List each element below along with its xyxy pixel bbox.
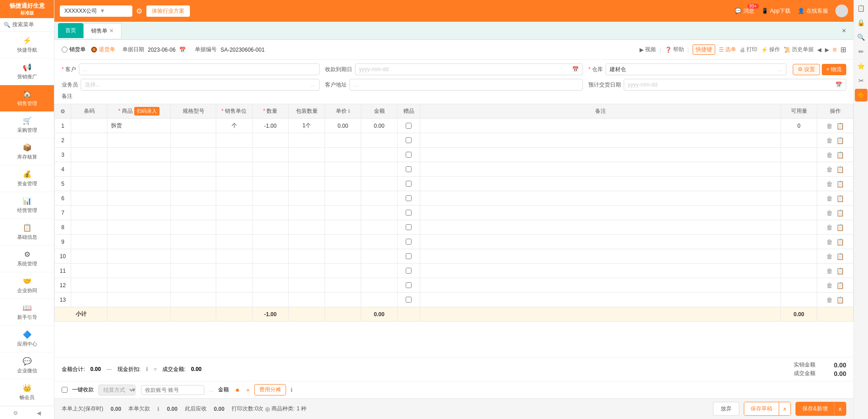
- settings-btn[interactable]: ⚙ 设置: [793, 64, 820, 75]
- cell-spec[interactable]: [171, 235, 216, 249]
- cell-amount[interactable]: [361, 293, 398, 307]
- salesperson-input[interactable]: 选择... ...: [81, 79, 320, 91]
- cell-product[interactable]: [107, 162, 171, 177]
- rp-btn-2[interactable]: 🔒: [855, 16, 868, 29]
- cell-gift[interactable]: [398, 119, 420, 133]
- copy-btn[interactable]: 📋: [835, 136, 845, 145]
- cell-unit[interactable]: [216, 264, 252, 278]
- cell-product[interactable]: [107, 249, 171, 264]
- copy-btn[interactable]: 📋: [835, 223, 845, 232]
- cell-remark[interactable]: [420, 235, 781, 249]
- copy-btn[interactable]: 📋: [835, 165, 845, 174]
- no-value[interactable]: SA-20230606-001: [220, 47, 264, 53]
- trial-btn[interactable]: 体验行业方案: [146, 5, 190, 17]
- cell-barcode[interactable]: [71, 206, 107, 220]
- cell-remark[interactable]: [420, 119, 781, 133]
- radio-sales[interactable]: 销货单: [62, 46, 86, 53]
- delete-btn[interactable]: 🗑: [825, 266, 834, 275]
- cell-barcode[interactable]: [71, 119, 107, 133]
- cell-product[interactable]: [107, 148, 171, 162]
- copy-btn[interactable]: 📋: [835, 237, 845, 246]
- radio-sales-input[interactable]: [62, 47, 68, 53]
- online-service-btn[interactable]: 👤 在线客服: [798, 7, 828, 15]
- sidebar-item-purchase[interactable]: 🛒 采购管理: [0, 112, 54, 139]
- gift-checkbox[interactable]: [406, 195, 412, 201]
- gift-checkbox[interactable]: [406, 152, 412, 158]
- cell-qty[interactable]: [252, 206, 289, 220]
- warehouse-input[interactable]: 建材仓 ...: [606, 63, 786, 75]
- cell-price[interactable]: [325, 264, 361, 278]
- gift-checkbox[interactable]: [406, 239, 412, 245]
- cell-remark[interactable]: [420, 264, 781, 278]
- cell-pkg-qty[interactable]: [289, 133, 325, 148]
- cell-amount[interactable]: [361, 162, 398, 177]
- customer-addr-input[interactable]: ...: [349, 79, 583, 91]
- cell-product[interactable]: [107, 220, 171, 235]
- cell-spec[interactable]: [171, 293, 216, 307]
- cell-remark[interactable]: [420, 162, 781, 177]
- rp-btn-1[interactable]: 📋: [855, 2, 868, 14]
- delete-btn[interactable]: 🗑: [825, 136, 834, 145]
- sidebar-item-quick-nav[interactable]: ⚡ 快捷导航: [0, 32, 54, 58]
- cell-barcode[interactable]: [71, 293, 107, 307]
- cell-spec[interactable]: [171, 162, 216, 177]
- expected-delivery-input[interactable]: yyyy-mm-dd 📅: [624, 79, 846, 91]
- company-selector[interactable]: XXXXXX公司 ▼: [60, 5, 132, 17]
- cell-spec[interactable]: [171, 249, 216, 264]
- sidebar-settings-icon[interactable]: ⚙: [13, 410, 18, 416]
- scan-btn[interactable]: 扫码录入: [134, 107, 160, 116]
- cell-product[interactable]: [107, 133, 171, 148]
- copy-btn[interactable]: 📋: [835, 121, 845, 130]
- cell-gift[interactable]: [398, 249, 420, 264]
- cell-qty[interactable]: [252, 133, 289, 148]
- cell-qty[interactable]: [252, 278, 289, 293]
- cell-amount[interactable]: 0.00: [361, 119, 398, 133]
- copy-btn[interactable]: 📋: [835, 266, 845, 275]
- cell-price[interactable]: 0.00: [325, 119, 361, 133]
- cell-spec[interactable]: [171, 148, 216, 162]
- save-dropdown-btn[interactable]: ∧: [834, 402, 846, 415]
- delete-btn[interactable]: 🗑: [825, 295, 834, 304]
- layout2-btn[interactable]: ⊞: [840, 45, 846, 54]
- sidebar-item-guide[interactable]: 📖 新手引导: [0, 299, 54, 326]
- account-input[interactable]: [141, 385, 204, 395]
- cell-price[interactable]: [325, 249, 361, 264]
- cell-price[interactable]: [325, 148, 361, 162]
- layout1-btn[interactable]: ≡: [833, 46, 837, 54]
- cell-gift[interactable]: [398, 278, 420, 293]
- close-btn[interactable]: ✕: [838, 28, 850, 34]
- cell-gift[interactable]: [398, 177, 420, 191]
- gift-checkbox[interactable]: [406, 210, 412, 216]
- cell-remark[interactable]: [420, 220, 781, 235]
- cell-pkg-qty[interactable]: [289, 177, 325, 191]
- cell-product[interactable]: [107, 191, 171, 206]
- cell-remark[interactable]: [420, 206, 781, 220]
- cell-barcode[interactable]: [71, 264, 107, 278]
- sidebar-item-member[interactable]: 👑 畅会员: [0, 379, 54, 406]
- sidebar-item-enterprise[interactable]: 🤝 企业协同: [0, 272, 54, 299]
- receipt-date-input[interactable]: yyyy-mm-dd 📅: [355, 63, 583, 75]
- cell-pkg-qty[interactable]: [289, 264, 325, 278]
- cell-barcode[interactable]: [71, 162, 107, 177]
- cell-barcode[interactable]: [71, 220, 107, 235]
- gift-checkbox[interactable]: [406, 268, 412, 274]
- history-btn[interactable]: 📜 历史单据: [784, 46, 814, 53]
- cell-product[interactable]: [107, 206, 171, 220]
- cell-qty[interactable]: [252, 235, 289, 249]
- cell-pkg-qty[interactable]: [289, 191, 325, 206]
- cell-product[interactable]: [107, 264, 171, 278]
- cell-unit[interactable]: [216, 191, 252, 206]
- save-btn[interactable]: 保存&新增: [796, 402, 834, 415]
- cell-amount[interactable]: [361, 264, 398, 278]
- rp-btn-5[interactable]: ⭐: [855, 60, 868, 72]
- gift-checkbox[interactable]: [406, 282, 412, 288]
- cell-unit[interactable]: [216, 293, 252, 307]
- gift-checkbox[interactable]: [406, 253, 412, 259]
- sidebar-item-inventory[interactable]: 📦 库存核算: [0, 139, 54, 165]
- cell-amount[interactable]: [361, 235, 398, 249]
- cell-unit[interactable]: [216, 162, 252, 177]
- cell-pkg-qty[interactable]: [289, 206, 325, 220]
- app-download-btn[interactable]: 📱 App下载: [761, 7, 790, 15]
- cell-remark[interactable]: [420, 148, 781, 162]
- cell-qty[interactable]: [252, 177, 289, 191]
